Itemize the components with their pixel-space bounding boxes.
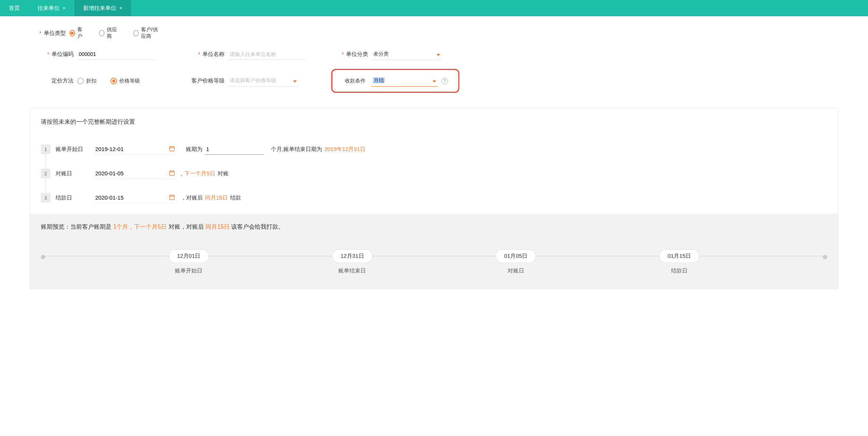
svg-rect-0 [170,147,174,151]
price-level-select[interactable]: 请选择客户价格等级 [228,75,298,87]
timeline-point-reconcile: 01月05日 对账日 [495,249,536,274]
preview-text: 账期预览：当前客户账期是 1个月，下一个月5日 对账，对账后 同月15日 该客户… [41,223,827,231]
radio-label: 客户/供应商 [141,27,163,40]
receipt-terms-label: 收款条件 [336,78,366,84]
radio-icon [77,78,84,84]
step-number: 2 [41,169,50,178]
radio-icon [70,30,75,36]
svg-rect-8 [170,195,174,200]
timeline: 12月01日 账单开始日 12月31日 账单结束日 01月05日 对账日 01月… [41,249,827,274]
unit-code-label: 单位编码 [29,51,74,58]
unit-code-input[interactable] [77,49,155,60]
period-title: 请按照未来的一个完整帐期进行设置 [41,118,827,126]
preview-section: 账期预览：当前客户账期是 1个月，下一个月5日 对账，对账后 同月15日 该客户… [30,214,838,289]
unit-name-input[interactable] [228,49,306,60]
settlement-prefix: ，对账后 [181,194,203,201]
close-icon[interactable]: × [63,5,66,11]
price-level-label: 客户价格等级 [184,77,225,84]
step-reconcile: 2 对账日 , 下一个月5日 对账 [41,161,827,186]
settlement-suffix: 结款 [230,194,241,201]
period-months-input[interactable] [205,144,264,155]
settlement-date-input[interactable] [94,192,176,203]
tab-label: 首页 [9,5,20,12]
period-card: 请按照未来的一个完整帐期进行设置 1 账单开始日 账期为 个月,账单结束日期为 … [29,108,839,289]
timeline-start-dot [41,255,45,259]
radio-label: 价格等级 [119,78,140,84]
settlement-orange: 同月15日 [205,194,228,201]
tab-add-contact[interactable]: 新增往来单位 × [74,0,131,16]
period-label: 账期为 [186,146,202,153]
step-settlement: 3 结款日 ，对账后 同月15日 结款 [41,186,827,210]
unit-category-label: 单位分类 [331,51,368,58]
radio-icon [110,78,117,84]
period-end-prefix: 个月,账单结束日期为 [271,146,322,153]
tab-home[interactable]: 首页 [0,0,29,16]
step-label: 对账日 [56,170,89,177]
tab-contacts[interactable]: 往来单位 × [29,0,74,16]
tab-bar: 首页 往来单位 × 新增往来单位 × [0,0,868,16]
radio-discount[interactable]: 折扣 [77,78,96,84]
svg-rect-4 [170,171,174,175]
radio-customer[interactable]: 客户 [70,27,85,40]
radio-supplier[interactable]: 供应商 [99,27,119,40]
period-end-date: 2019年12月31日 [324,146,366,153]
step-bill-start: 1 账单开始日 账期为 个月,账单结束日期为 2019年12月31日 [41,137,827,161]
form-area: 单位类型 客户 供应商 客户/供应商 单位编码 单位名称 单位分类 [0,16,868,101]
unit-name-label: 单位名称 [184,51,225,58]
step-label: 账单开始日 [56,146,89,153]
tab-label: 往来单位 [38,5,60,12]
unit-category-select[interactable]: 未分类 [372,49,442,60]
reconcile-prefix: , [181,170,182,177]
unit-type-label: 单位类型 [29,30,66,37]
pricing-method-label: 定价方法 [29,77,74,84]
help-icon[interactable]: ? [441,78,448,84]
reconcile-date-input[interactable] [94,168,176,179]
calendar-icon[interactable] [169,194,175,201]
timeline-point-bill-end: 12月31日 账单结束日 [332,249,372,274]
step-label: 结款日 [56,194,89,201]
bill-start-date-input[interactable] [94,144,176,155]
step-number: 3 [41,193,50,203]
timeline-point-bill-start: 12月01日 账单开始日 [169,249,209,274]
radio-icon [133,30,139,36]
reconcile-suffix: 对账 [218,170,229,177]
timeline-point-settlement: 01月15日 结款日 [659,249,699,274]
close-icon[interactable]: × [119,5,122,11]
tab-label: 新增往来单位 [83,5,116,12]
receipt-terms-highlight: 收款条件 月结 ? [331,69,459,93]
radio-label: 客户 [77,27,85,40]
radio-both[interactable]: 客户/供应商 [133,27,163,40]
radio-label: 折扣 [86,78,96,84]
radio-icon [99,30,105,36]
calendar-icon[interactable] [169,170,175,177]
radio-price-level[interactable]: 价格等级 [110,78,140,84]
reconcile-orange: 下一个月5日 [184,170,215,177]
radio-label: 供应商 [107,27,119,40]
receipt-terms-select[interactable]: 月结 [371,75,438,87]
step-number: 1 [41,144,50,154]
calendar-icon[interactable] [169,146,175,153]
timeline-end-dot [823,255,827,259]
